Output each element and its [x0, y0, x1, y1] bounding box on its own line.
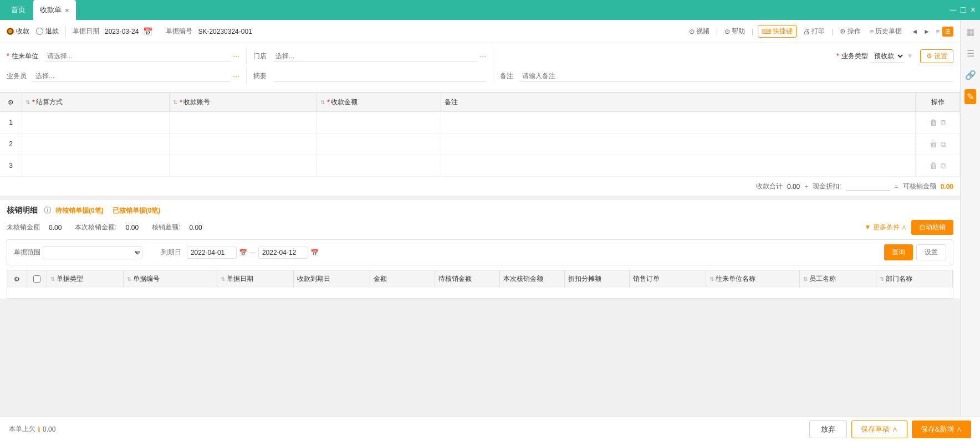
sub-col-gear[interactable]: ⚙: [7, 270, 27, 288]
query-btn[interactable]: 查询: [884, 244, 913, 260]
calendar-to-icon[interactable]: 📅: [310, 249, 319, 257]
list-icon[interactable]: ☰: [964, 46, 977, 61]
row2-account[interactable]: [170, 134, 317, 155]
sub-col-pending: 待核销金额: [435, 270, 500, 288]
table-icon[interactable]: ▦: [964, 24, 977, 39]
copy-icon[interactable]: ⧉: [941, 161, 946, 171]
setting-btn[interactable]: ⚙ 设置: [920, 49, 953, 63]
video-btn[interactable]: ⊙ 视频: [687, 25, 712, 37]
delete-icon[interactable]: 🗑: [930, 161, 937, 170]
table-header: ⚙ ⇅ * 结算方式 ⇅ * 收款账号 ⇅ * 收款金额 备注 操作: [0, 93, 960, 112]
auto-verif-btn[interactable]: 自动核销: [911, 220, 953, 235]
bottom-bar: 本单上欠 ℹ 0.00 放弃 保存草稿 ∧ 保存&新增 ∧: [0, 417, 980, 441]
bottom-actions: 放弃 保存草稿 ∧ 保存&新增 ∧: [809, 421, 971, 438]
row1-settle[interactable]: [22, 112, 170, 133]
radio-refund[interactable]: 退款: [36, 27, 59, 36]
date-from-input[interactable]: [187, 247, 237, 259]
radio-group: 收款 退款: [7, 27, 59, 36]
row2-idx: 2: [0, 134, 22, 155]
tab-home[interactable]: 首页: [4, 0, 32, 20]
calendar-from-icon[interactable]: 📅: [239, 249, 247, 257]
summary-input[interactable]: [273, 70, 486, 82]
row2-settle[interactable]: [22, 134, 170, 155]
link-icon[interactable]: 🔗: [963, 68, 978, 83]
store-more-icon[interactable]: ···: [479, 52, 486, 60]
more-conditions-btn[interactable]: ▼ 更多条件 ∧: [864, 223, 907, 232]
note-input[interactable]: [520, 70, 953, 82]
sub-col-cb[interactable]: [27, 270, 47, 288]
bottom-info-icon[interactable]: ℹ: [38, 425, 40, 433]
info-icon[interactable]: ⓘ: [44, 206, 51, 216]
operation-btn[interactable]: ⚙ 操作: [838, 25, 863, 37]
business-select[interactable]: 预收款: [870, 50, 905, 63]
tab-pending[interactable]: 待核销单据(0笔): [55, 206, 104, 216]
abandon-btn[interactable]: 放弃: [809, 421, 847, 438]
select-all-checkbox[interactable]: [33, 275, 40, 283]
row3-note[interactable]: [441, 155, 916, 176]
close-icon[interactable]: ×: [971, 5, 976, 15]
delete-icon[interactable]: 🗑: [930, 140, 937, 148]
discount-input[interactable]: [846, 182, 890, 191]
staff-input[interactable]: [33, 70, 231, 82]
print-btn[interactable]: 🖨 打印: [801, 25, 827, 37]
sub-gear-icon[interactable]: ⚙: [14, 275, 20, 283]
shortcut-icon: ⌨: [762, 28, 771, 35]
next-icon[interactable]: ►: [921, 27, 933, 37]
sort-icon: ⇅: [25, 99, 30, 105]
list-view-icon[interactable]: ≡: [933, 27, 942, 37]
edit-icon[interactable]: ✎: [964, 89, 976, 104]
row1-amount[interactable]: [317, 112, 441, 133]
counterpart-more-icon[interactable]: ···: [233, 52, 239, 60]
row3-account[interactable]: [170, 155, 317, 176]
date-to-input[interactable]: [258, 247, 308, 259]
draft-btn[interactable]: 保存草稿 ∧: [851, 421, 907, 438]
shortcut-btn[interactable]: ⌨ 快捷键: [758, 25, 797, 38]
row1-note[interactable]: [441, 112, 916, 133]
row3-settle[interactable]: [22, 155, 170, 176]
dropdown-icon: ▼: [907, 52, 913, 60]
row2-op: 🗑 ⧉: [916, 134, 960, 155]
setting2-btn[interactable]: 设置: [916, 244, 946, 260]
verif-right: ▼ 更多条件 ∧ 自动核销: [864, 220, 953, 235]
form-row-1: * 往来单位 ··· 门店 ··· * 业务类型 预收款 ▼ ⚙: [7, 48, 953, 64]
help-btn[interactable]: ⊙ 帮助: [722, 25, 747, 37]
store-input[interactable]: [273, 50, 477, 62]
history-btn[interactable]: ≡ 历史单据: [867, 25, 904, 37]
row1-account[interactable]: [170, 112, 317, 133]
tab-close-icon[interactable]: ×: [65, 6, 69, 14]
diff-value: 0.00: [189, 224, 202, 232]
number-value: SK-20230324-001: [198, 28, 252, 35]
summary-field: 摘要: [253, 70, 486, 82]
range-select[interactable]: [43, 246, 142, 259]
view-toggle: ◄ ► ≡ ⊞: [908, 27, 953, 37]
table-row: 2 🗑 ⧉: [0, 134, 960, 155]
save-btn[interactable]: 保存&新增 ∧: [912, 421, 971, 438]
staff-more-icon[interactable]: ···: [233, 71, 239, 80]
row2-note[interactable]: [441, 134, 916, 155]
unchecked-value: 0.00: [49, 224, 62, 232]
radio-receive[interactable]: 收款: [7, 27, 29, 36]
grid-view-icon[interactable]: ⊞: [942, 27, 953, 37]
range-dropdown-icon: ▼: [135, 249, 141, 257]
filter-row: 单据范围 ▼ 到期日 📅 — 📅 查询 设置: [7, 239, 953, 265]
calendar-icon[interactable]: 📅: [143, 27, 152, 36]
copy-icon[interactable]: ⧉: [941, 140, 946, 149]
divider: [246, 48, 247, 64]
counterpart-input[interactable]: [45, 50, 231, 62]
delete-icon[interactable]: 🗑: [930, 118, 937, 127]
business-type-field: * 业务类型 预收款 ▼ ⚙ 设置: [836, 49, 953, 63]
maximize-icon[interactable]: □: [961, 5, 966, 15]
gear-icon[interactable]: ⚙: [8, 99, 14, 106]
col-gear[interactable]: ⚙: [0, 93, 22, 111]
row2-amount[interactable]: [317, 134, 441, 155]
col-account: ⇅ * 收款账号: [170, 93, 317, 111]
prev-icon[interactable]: ◄: [908, 27, 921, 37]
copy-icon[interactable]: ⧉: [941, 118, 946, 127]
tab-active[interactable]: 收款单 ×: [33, 0, 76, 20]
form-row-2: 业务员 ··· 摘要 备注: [7, 68, 953, 84]
sub-col-duedate: 收款到期日: [294, 270, 370, 288]
row3-amount[interactable]: [317, 155, 441, 176]
tab-done[interactable]: 已核销单据(0笔): [113, 206, 161, 216]
filter-right: 查询 设置: [884, 244, 946, 260]
minimize-icon[interactable]: ─: [950, 5, 956, 15]
